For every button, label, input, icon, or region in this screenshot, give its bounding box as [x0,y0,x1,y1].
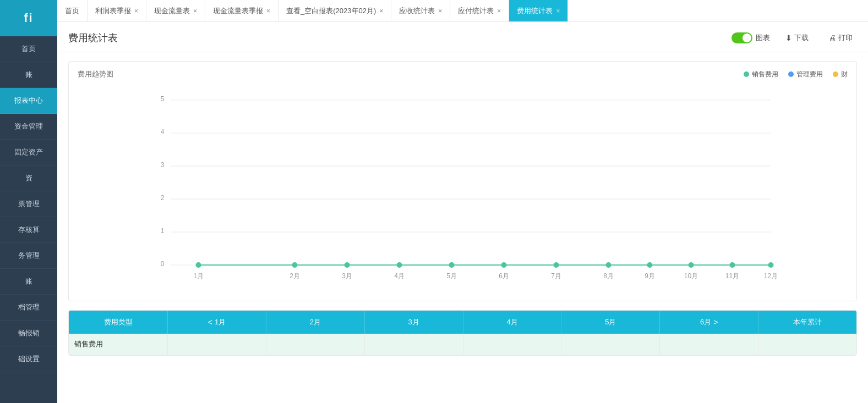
svg-text:1月: 1月 [193,272,204,280]
svg-text:2: 2 [161,194,165,202]
print-button[interactable]: 🖨 打印 [824,31,857,45]
th-type: 费用类型 [69,311,168,334]
legend-admin: 管理费用 [788,70,823,79]
tab-close-cashflow-quarterly[interactable]: × [266,7,270,15]
svg-point-16 [449,262,455,268]
svg-text:11月: 11月 [725,272,739,280]
chart-header: 费用趋势图 销售费用 管理费用 财 [78,69,848,79]
svg-text:12月: 12月 [764,272,778,280]
td-m6 [660,334,758,355]
sidebar-item-ticket-mgmt[interactable]: 票管理 [0,191,57,217]
tab-home[interactable]: 首页 [57,0,88,22]
svg-point-17 [501,262,507,268]
legend-finance: 财 [833,70,848,79]
svg-point-22 [730,262,735,268]
svg-text:10月: 10月 [684,272,698,280]
toggle-wrap: 图表 [731,32,770,43]
sidebar: fi 首页 账 报表中心 资金管理 固定资产 资 票管理 存核算 务管理 账 档… [0,0,57,403]
table-header-row: 费用类型 < 1月 2月 3月 4月 5月 [69,311,856,334]
td-type: 销售费用 [69,334,168,355]
svg-point-18 [554,262,559,268]
sidebar-item-asset[interactable]: 资 [0,165,57,191]
sidebar-item-fund-mgmt[interactable]: 资金管理 [0,114,57,140]
svg-point-19 [606,262,612,268]
table-row: 销售费用 [69,334,856,355]
svg-text:6月: 6月 [499,272,509,280]
tab-profit-quarterly[interactable]: 利润表季报 × [88,0,146,22]
td-m5 [561,334,660,355]
download-icon: ⬇ [785,34,792,42]
main-area: 首页 利润表季报 × 现金流量表 × 现金流量表季报 × 查看_空白报表(202… [57,0,868,403]
tab-close-profit-quarterly[interactable]: × [134,7,138,15]
sidebar-item-expense[interactable]: 畅报销 [0,321,57,346]
svg-point-13 [292,262,298,268]
tab-cashflow-quarterly[interactable]: 现金流量表季报 × [205,0,279,22]
page-header: 费用统计表 图表 ⬇ 下载 🖨 打印 [57,22,868,52]
legend-dot-admin [788,71,794,77]
tab-payable[interactable]: 应付统计表 × [450,0,509,22]
tab-close-payable[interactable]: × [497,7,501,15]
sidebar-logo: fi [0,0,57,36]
trend-chart: 5 4 3 2 1 0 [78,85,848,288]
th-m5: 5月 [561,311,660,334]
header-actions: 图表 ⬇ 下载 🖨 打印 [731,31,857,45]
td-m4 [463,334,562,355]
table-nav-next[interactable]: > [713,318,718,327]
sidebar-item-home[interactable]: 首页 [0,36,57,62]
svg-point-15 [397,262,402,268]
tab-close-receivable[interactable]: × [438,7,442,15]
td-m3 [365,334,463,355]
sidebar-item-report-center[interactable]: 报表中心 [0,88,57,114]
th-m2: 2月 [266,311,365,334]
svg-text:7月: 7月 [551,272,561,280]
svg-text:0: 0 [161,260,165,268]
legend-dot-finance [833,71,838,77]
sidebar-item-archive-mgmt[interactable]: 档管理 [0,295,57,321]
tab-blank-report[interactable]: 查看_空白报表(2023年02月) × [279,0,391,22]
chart-title: 费用趋势图 [78,69,113,79]
svg-text:4月: 4月 [394,272,405,280]
tab-expense-stats[interactable]: 费用统计表 × [509,0,568,22]
th-m4: 4月 [463,311,562,334]
td-m1 [168,334,266,355]
sidebar-item-service-mgmt[interactable]: 务管理 [0,243,57,269]
svg-point-20 [647,262,653,268]
svg-point-23 [768,262,774,268]
print-icon: 🖨 [828,34,836,42]
sidebar-item-ledger[interactable]: 账 [0,269,57,295]
download-button[interactable]: ⬇ 下载 [781,31,813,45]
th-m6: 6月 > [660,311,758,334]
sidebar-item-basic-settings[interactable]: 础设置 [0,346,57,372]
table-nav-prev[interactable]: < [208,318,212,327]
th-m1: < 1月 [168,311,266,334]
toggle-label: 图表 [756,33,770,43]
chart-section: 费用趋势图 销售费用 管理费用 财 [68,61,857,301]
svg-point-14 [345,262,350,268]
tab-receivable[interactable]: 应收统计表 × [391,0,450,22]
svg-point-12 [196,262,201,268]
table-section: 费用类型 < 1月 2月 3月 4月 5月 [68,310,857,356]
legend-sales: 销售费用 [744,70,778,79]
tab-close-blank-report[interactable]: × [379,7,383,15]
chart-toggle[interactable] [731,32,752,43]
chart-container: 5 4 3 2 1 0 [78,85,848,290]
svg-text:4: 4 [161,128,165,136]
svg-text:3: 3 [161,161,165,169]
tab-bar: 首页 利润表季报 × 现金流量表 × 现金流量表季报 × 查看_空白报表(202… [57,0,868,22]
svg-text:5月: 5月 [446,272,457,280]
th-total: 本年累计 [758,311,856,334]
tab-close-expense-stats[interactable]: × [556,7,560,15]
sidebar-item-inventory[interactable]: 存核算 [0,217,57,243]
td-total [758,334,856,355]
sidebar-item-account[interactable]: 账 [0,62,57,88]
page-title: 费用统计表 [68,31,118,45]
th-m3: 3月 [365,311,463,334]
tab-cashflow[interactable]: 现金流量表 × [146,0,205,22]
tab-close-cashflow[interactable]: × [193,7,197,15]
td-m2 [266,334,365,355]
legend-dot-sales [744,71,749,77]
page-content: 费用统计表 图表 ⬇ 下载 🖨 打印 费用趋势图 [57,22,868,403]
svg-text:2月: 2月 [290,272,300,280]
sidebar-item-fixed-assets[interactable]: 固定资产 [0,140,57,165]
svg-text:3月: 3月 [342,272,352,280]
